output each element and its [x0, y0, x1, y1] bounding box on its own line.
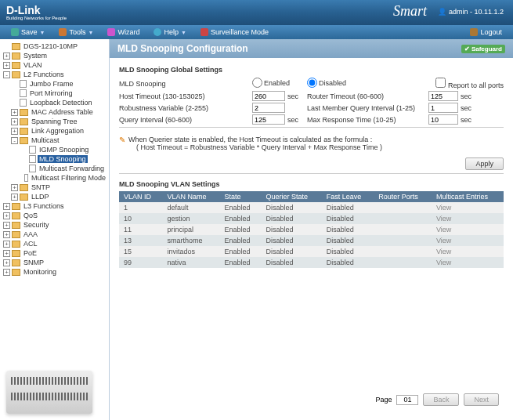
- table-row[interactable]: 11principalEnabledDisabledDisabledView: [119, 224, 504, 235]
- tree-label: SNTP: [30, 183, 52, 191]
- tree-monitoring[interactable]: +Monitoring: [2, 267, 107, 277]
- folder-icon: [20, 137, 28, 144]
- note-line1: When Querier state is enabled, the Host …: [128, 136, 382, 143]
- col-fastleave: Fast Leave: [322, 191, 374, 202]
- collapse-icon[interactable]: -: [3, 71, 10, 78]
- disabled-radio[interactable]: Disabled: [307, 78, 346, 88]
- table-row[interactable]: 99nativaEnabledDisabledDisabledView: [119, 257, 504, 268]
- tree-label: Link Aggregation: [30, 127, 85, 135]
- tree-device[interactable]: DGS-1210-10MP: [2, 42, 107, 51]
- page-input[interactable]: [396, 395, 418, 405]
- tree-sntp[interactable]: +SNTP: [2, 183, 107, 192]
- back-button[interactable]: Back: [423, 393, 459, 406]
- cell-state: Enabled: [219, 213, 261, 224]
- surveillance-menu[interactable]: Surveillance Mode: [194, 28, 275, 36]
- table-row[interactable]: 10gestionEnabledDisabledDisabledView: [119, 213, 504, 224]
- tree-label: ACL: [22, 240, 39, 248]
- tree-mld[interactable]: MLD Snooping: [2, 154, 107, 164]
- tree-mfilter[interactable]: Multicast Filtering Mode: [2, 173, 107, 183]
- cell-querier: Disabled: [262, 235, 322, 246]
- max-response-input[interactable]: [428, 114, 458, 125]
- tree-system[interactable]: +System: [2, 51, 107, 60]
- expand-icon[interactable]: +: [3, 222, 10, 229]
- next-button[interactable]: Next: [464, 393, 499, 406]
- host-timeout-input[interactable]: [252, 91, 285, 101]
- tree-l3[interactable]: +L3 Functions: [2, 201, 107, 211]
- cell-vlanid: 1: [119, 202, 162, 213]
- cell-querier: Disabled: [262, 257, 322, 268]
- expand-icon[interactable]: +: [3, 212, 10, 219]
- cell-vlanname: default: [162, 202, 219, 213]
- tree-jumbo[interactable]: Jumbo Frame: [2, 79, 107, 89]
- tree-security[interactable]: +Security: [2, 220, 107, 230]
- enabled-radio-input[interactable]: [252, 78, 262, 88]
- expand-icon[interactable]: +: [3, 62, 10, 69]
- expand-icon[interactable]: +: [3, 231, 10, 238]
- nav-sidebar: DGS-1210-10MP +System +VLAN -L2 Function…: [0, 39, 110, 420]
- tree-mac[interactable]: +MAC Address Table: [2, 107, 107, 117]
- folder-icon: [12, 212, 20, 219]
- lastmember-input[interactable]: [428, 103, 458, 113]
- tree-label: SNMP: [22, 259, 45, 266]
- tree-acl[interactable]: +ACL: [2, 239, 107, 248]
- wizard-menu[interactable]: Wizard: [101, 28, 146, 36]
- tree-loopback[interactable]: Loopback Detection: [2, 98, 107, 107]
- folder-icon: [12, 259, 20, 266]
- enabled-radio[interactable]: Enabled: [252, 78, 290, 88]
- tree-label: Security: [22, 221, 51, 229]
- expand-icon[interactable]: +: [3, 203, 10, 210]
- tree-lldp[interactable]: +LLDP: [2, 192, 107, 201]
- expand-icon[interactable]: +: [11, 194, 18, 201]
- tree-qos[interactable]: +QoS: [2, 211, 107, 220]
- disabled-radio-input[interactable]: [307, 78, 317, 88]
- tools-label: Tools: [69, 28, 85, 36]
- expand-icon[interactable]: +: [3, 250, 10, 257]
- view-link[interactable]: View: [436, 259, 451, 266]
- tree-igmp[interactable]: IGMP Snooping: [2, 145, 107, 154]
- unit-label: sec: [287, 116, 298, 124]
- app-header: D-Link Building Networks for People Smar…: [0, 0, 513, 25]
- report-checkbox-input[interactable]: [435, 78, 446, 88]
- collapse-icon[interactable]: -: [11, 137, 18, 144]
- view-link[interactable]: View: [436, 204, 451, 212]
- expand-icon[interactable]: +: [3, 259, 10, 266]
- view-link[interactable]: View: [436, 215, 451, 223]
- tree-multicast[interactable]: -Multicast: [2, 136, 107, 145]
- table-row[interactable]: 15invitadosEnabledDisabledDisabledView: [119, 246, 504, 257]
- tree-linkagg[interactable]: +Link Aggregation: [2, 126, 107, 136]
- tree-mfwd[interactable]: Multicast Forwarding: [2, 164, 107, 173]
- table-row[interactable]: 13smarthomeEnabledDisabledDisabledView: [119, 235, 504, 246]
- tree-aaa[interactable]: +AAA: [2, 230, 107, 239]
- help-label: Help: [164, 28, 179, 36]
- apply-button[interactable]: Apply: [465, 158, 504, 170]
- table-row[interactable]: 1defaultEnabledDisabledDisabledView: [119, 202, 504, 213]
- view-link[interactable]: View: [436, 237, 451, 244]
- tree-l2[interactable]: -L2 Functions: [2, 70, 107, 79]
- expand-icon[interactable]: +: [11, 118, 18, 125]
- save-menu[interactable]: Save▼: [5, 28, 51, 36]
- expand-icon[interactable]: +: [3, 52, 10, 60]
- tree-vlan[interactable]: +VLAN: [2, 60, 107, 70]
- tree-portmirror[interactable]: Port Mirroring: [2, 89, 107, 98]
- view-link[interactable]: View: [436, 226, 451, 234]
- expand-icon[interactable]: +: [11, 184, 18, 191]
- logout-button[interactable]: Logout: [464, 28, 508, 36]
- tree-spanning[interactable]: +Spanning Tree: [2, 117, 107, 126]
- admin-text: admin - 10.11.1.2: [449, 8, 504, 16]
- expand-icon[interactable]: +: [11, 128, 18, 135]
- expand-icon[interactable]: +: [3, 269, 10, 276]
- router-timeout-input[interactable]: [428, 91, 458, 101]
- query-interval-input[interactable]: [252, 114, 285, 125]
- tree-snmp[interactable]: +SNMP: [2, 258, 107, 267]
- unit-label: sec: [461, 116, 471, 124]
- expand-icon[interactable]: +: [3, 241, 10, 248]
- page-icon: [20, 89, 27, 97]
- robustness-input[interactable]: [252, 103, 285, 113]
- tools-menu[interactable]: Tools▼: [52, 28, 99, 36]
- expand-icon[interactable]: +: [11, 109, 18, 116]
- view-link[interactable]: View: [436, 248, 451, 255]
- report-checkbox[interactable]: Report to all ports: [435, 81, 504, 89]
- page-label: Page: [375, 396, 392, 404]
- tree-poe[interactable]: +PoE: [2, 248, 107, 258]
- help-menu[interactable]: Help▼: [147, 28, 192, 36]
